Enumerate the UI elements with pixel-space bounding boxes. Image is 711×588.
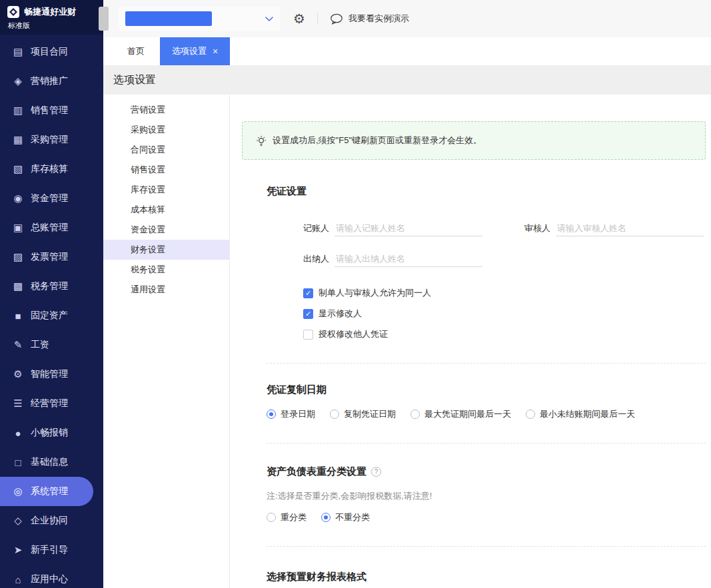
success-banner-text: 设置成功后,须按"F5"键刷新页面或重新登录才会生效。 [273, 135, 482, 147]
checkbox-authorize-modify-others[interactable]: 授权修改他人凭证 [303, 328, 706, 340]
menu-item-tax-settings[interactable]: 税务设置 [103, 260, 229, 280]
radio-icon[interactable] [526, 410, 535, 419]
basic-info-icon: □ [12, 457, 24, 468]
sidebar-item-smart-mgmt[interactable]: ⚙智能管理 [0, 360, 93, 389]
section-title-report-format: 选择预置财务报表格式 [267, 571, 706, 583]
sidebar-item-label: 总账管理 [31, 222, 68, 234]
sidebar-nav: ▤项目合同 ◈营销推广 ▥销售管理 ▦采购管理 ▧库存核算 ◉资金管理 ▣总账管… [0, 35, 103, 588]
sidebar-item-payroll[interactable]: ✎工资 [0, 330, 93, 360]
marketing-icon: ◈ [12, 75, 24, 87]
checkbox-unchecked-icon[interactable] [303, 330, 313, 340]
gear-icon[interactable]: ⚙ [293, 12, 305, 25]
radio-icon[interactable] [410, 410, 420, 419]
sidebar-item-label: 企业协同 [31, 515, 68, 527]
settings-content: 设置成功后,须按"F5"键刷新页面或重新登录才会生效。 凭证设置 记账人 审核人 [230, 95, 711, 588]
cashier-input[interactable] [335, 251, 482, 267]
chevron-down-icon [265, 17, 273, 21]
sidebar-item-tax[interactable]: ▩税务管理 [0, 272, 93, 301]
newbie-guide-icon: ➤ [12, 544, 24, 556]
tab-label: 首页 [127, 45, 145, 57]
funds-icon: ◉ [12, 192, 24, 204]
sidebar-item-operation[interactable]: ☰经营管理 [0, 389, 93, 418]
brand-title: 畅捷通好业财 [24, 6, 76, 18]
balance-reclass-options: 重分类 不重分类 [267, 511, 706, 523]
radio-copy-voucher-date[interactable]: 复制凭证日期 [330, 408, 396, 420]
auditor-label: 审核人 [524, 222, 550, 234]
checkbox-checked-icon[interactable]: ✓ [303, 288, 313, 298]
operation-icon: ☰ [12, 398, 24, 410]
sidebar-item-label: 工资 [31, 339, 49, 351]
menu-item-inventory-settings[interactable]: 库存设置 [103, 180, 229, 200]
menu-item-finance-settings[interactable]: 财务设置 [103, 240, 229, 260]
demo-link-label: 我要看实例演示 [349, 13, 409, 25]
sales-icon: ▥ [12, 105, 24, 117]
bookkeeper-label: 记账人 [303, 222, 329, 234]
help-icon[interactable]: ? [371, 467, 381, 477]
checkbox-checked-icon[interactable]: ✓ [303, 309, 313, 319]
settings-menu: 营销设置 采购设置 合同设置 销售设置 库存设置 成本核算 资金设置 财务设置 … [103, 95, 230, 588]
app-window: 畅捷通好业财 标准版 ▤项目合同 ◈营销推广 ▥销售管理 ▦采购管理 ▧库存核算… [0, 0, 711, 588]
sidebar-item-funds[interactable]: ◉资金管理 [0, 184, 93, 213]
sidebar-item-enterprise-collab[interactable]: ◇企业协同 [0, 506, 93, 535]
section-divider [267, 546, 706, 547]
invoice-icon: ▨ [12, 251, 24, 263]
checkbox-show-modifier[interactable]: ✓ 显示修改人 [303, 308, 706, 320]
menu-item-funds-settings[interactable]: 资金设置 [103, 220, 229, 240]
tab-home[interactable]: 首页 [112, 37, 160, 65]
sidebar-item-fixed-assets[interactable]: ■固定资产 [0, 301, 93, 330]
menu-item-marketing-settings[interactable]: 营销设置 [103, 100, 229, 120]
sidebar-item-basic-info[interactable]: □基础信息 [0, 447, 93, 477]
smart-mgmt-icon: ⚙ [12, 368, 24, 380]
sidebar-item-label: 项目合同 [31, 46, 68, 58]
radio-icon[interactable] [330, 410, 339, 419]
menu-item-cost-accounting[interactable]: 成本核算 [103, 200, 229, 220]
radio-reclassify[interactable]: 重分类 [267, 511, 307, 523]
radio-login-date[interactable]: 登录日期 [267, 408, 315, 420]
sidebar-item-inventory[interactable]: ▧库存核算 [0, 154, 93, 184]
sidebar-item-newbie-guide[interactable]: ➤新手引导 [0, 535, 93, 565]
bookkeeper-field: 记账人 [303, 220, 482, 236]
topbar-divider [317, 13, 318, 25]
system-mgmt-icon: ◎ [12, 485, 24, 497]
section-title-voucher-copy-date: 凭证复制日期 [267, 384, 706, 396]
checkbox-label: 显示修改人 [319, 308, 362, 320]
menu-item-contract-settings[interactable]: 合同设置 [103, 140, 229, 160]
radio-no-reclassify[interactable]: 不重分类 [321, 511, 370, 523]
sidebar-item-purchase[interactable]: ▦采购管理 [0, 125, 93, 154]
auditor-field: 审核人 [524, 220, 704, 236]
sidebar-item-project-contract[interactable]: ▤项目合同 [0, 37, 93, 67]
sidebar-item-general-ledger[interactable]: ▣总账管理 [0, 213, 93, 242]
bookkeeper-input[interactable] [335, 220, 482, 236]
balance-reclass-note: 注:选择是否重分类,会影响报税数据,请注意! [267, 490, 706, 502]
demo-link[interactable]: 我要看实例演示 [330, 13, 409, 25]
checkbox-label: 制单人与审核人允许为同一人 [319, 287, 431, 299]
radio-selected-icon[interactable] [267, 410, 276, 419]
radio-selected-icon[interactable] [321, 513, 331, 522]
radio-max-period-last-day[interactable]: 最大凭证期间最后一天 [410, 408, 511, 420]
menu-item-general-settings[interactable]: 通用设置 [103, 280, 229, 300]
sidebar-item-system-mgmt[interactable]: ◎系统管理 [0, 477, 93, 506]
cashier-label: 出纳人 [303, 253, 329, 265]
tip-bulb-icon [256, 135, 267, 147]
sidebar-item-app-center[interactable]: ⌂应用中心 [0, 565, 93, 588]
sidebar-item-invoice[interactable]: ▨发票管理 [0, 242, 93, 272]
menu-item-purchase-settings[interactable]: 采购设置 [103, 120, 229, 140]
sidebar-item-expense[interactable]: ●小畅报销 [0, 418, 93, 447]
radio-min-unclosed-period-last-day[interactable]: 最小未结账期间最后一天 [526, 408, 635, 420]
checkbox-same-person-allowed[interactable]: ✓ 制单人与审核人允许为同一人 [303, 287, 706, 299]
sidebar-item-sales[interactable]: ▥销售管理 [0, 96, 93, 125]
sidebar-item-label: 系统管理 [31, 485, 68, 497]
sidebar-item-label: 小畅报销 [31, 427, 68, 439]
org-selector[interactable] [119, 7, 280, 31]
brand-logo-icon [7, 5, 20, 19]
sidebar-item-marketing[interactable]: ◈营销推广 [0, 67, 93, 96]
auditor-input[interactable] [556, 220, 704, 236]
menu-item-sales-settings[interactable]: 销售设置 [103, 160, 229, 180]
close-icon[interactable]: × [213, 47, 218, 56]
section-divider [267, 443, 706, 443]
radio-icon[interactable] [267, 513, 276, 522]
tax-icon: ▩ [12, 280, 24, 292]
tab-options-settings[interactable]: 选项设置 × [160, 37, 230, 65]
topbar: ⚙ 我要看实例演示 [103, 0, 711, 37]
section-title-voucher-settings: 凭证设置 [267, 185, 706, 198]
